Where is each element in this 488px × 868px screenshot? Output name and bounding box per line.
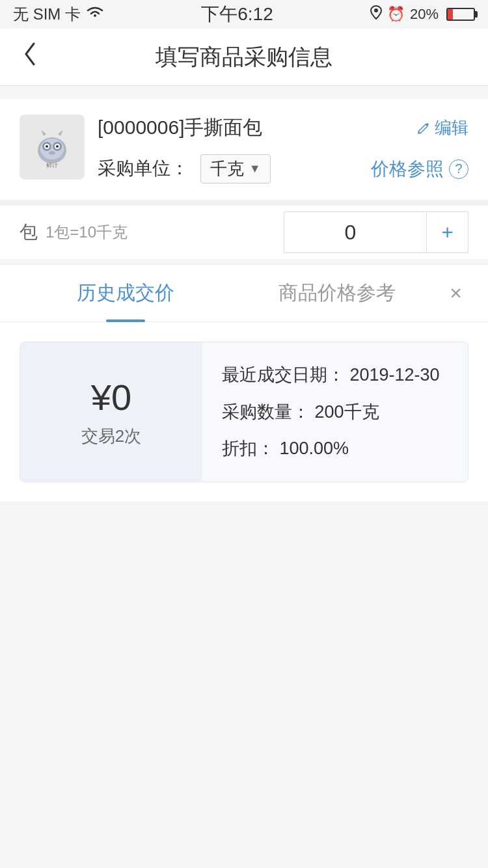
svg-marker-11 xyxy=(58,129,63,136)
status-right: ⏰ 20% xyxy=(370,5,475,23)
svg-point-9 xyxy=(49,151,55,155)
product-info: [0000006]手撕面包 编辑 采购单位： 千克 价格参照 ? xyxy=(98,115,468,183)
price-reference-button[interactable]: 价格参照 ? xyxy=(371,157,468,182)
recent-date-row: 最近成交日期： 2019-12-30 xyxy=(222,362,448,388)
quantity-section: 包 1包=10千克 + xyxy=(0,200,488,259)
battery-icon xyxy=(446,8,475,21)
unit-select[interactable]: 千克 xyxy=(200,154,271,183)
unit-selector-group: 采购单位： 千克 xyxy=(98,154,271,183)
price-summary-left: ¥0 交易2次 xyxy=(20,342,202,481)
product-card: 鲜计 [0000006]手撕面包 编辑 采购单位： 千克 价格参照 xyxy=(0,99,488,199)
location-icon xyxy=(370,5,382,23)
product-name: [0000006]手撕面包 xyxy=(98,115,262,141)
discount-row: 折扣： 100.00% xyxy=(222,435,448,462)
price-details-right: 最近成交日期： 2019-12-30 采购数量： 200千克 折扣： 100.0… xyxy=(202,342,468,481)
price-amount: ¥0 xyxy=(91,376,131,418)
tab-bar: 历史成交价 商品价格参考 × xyxy=(0,265,488,322)
svg-point-7 xyxy=(46,145,48,148)
bag-unit-label: 包 xyxy=(20,220,38,245)
tab-history-price[interactable]: 历史成交价 xyxy=(20,265,232,322)
svg-marker-10 xyxy=(41,129,46,136)
tab-close-button[interactable]: × xyxy=(443,275,468,312)
quantity-plus-button[interactable]: + xyxy=(427,211,468,253)
tab-section: 历史成交价 商品价格参考 × ¥0 交易2次 最近成交日期： 2019-12-3… xyxy=(0,264,488,502)
wifi-icon xyxy=(86,5,104,23)
purchase-qty-row: 采购数量： 200千克 xyxy=(222,399,448,426)
quantity-input[interactable] xyxy=(284,211,427,253)
status-bar: 无 SIM 卡 下午6:12 ⏰ 20% xyxy=(0,0,488,29)
sim-status: 无 SIM 卡 xyxy=(13,4,81,25)
trade-count: 交易2次 xyxy=(81,425,141,448)
svg-text:鲜计: 鲜计 xyxy=(46,162,58,169)
alarm-icon: ⏰ xyxy=(387,6,405,23)
quantity-label: 包 1包=10千克 xyxy=(20,220,128,245)
history-price-content: ¥0 交易2次 最近成交日期： 2019-12-30 采购数量： 200千克 折… xyxy=(0,322,488,502)
price-record-card: ¥0 交易2次 最近成交日期： 2019-12-30 采购数量： 200千克 折… xyxy=(20,342,468,482)
page-title: 填写商品采购信息 xyxy=(156,42,332,72)
quantity-controls: + xyxy=(284,211,468,253)
bag-unit-info: 1包=10千克 xyxy=(46,222,128,243)
product-unit-row: 采购单位： 千克 价格参照 ? xyxy=(98,154,468,183)
back-button[interactable] xyxy=(16,34,44,79)
svg-point-0 xyxy=(374,8,378,12)
battery-percentage: 20% xyxy=(410,6,439,23)
nav-bar: 填写商品采购信息 xyxy=(0,29,488,86)
status-left: 无 SIM 卡 xyxy=(13,4,104,25)
product-header: [0000006]手撕面包 编辑 xyxy=(98,115,468,141)
product-thumbnail: 鲜计 xyxy=(20,115,85,180)
svg-point-8 xyxy=(56,145,59,148)
tab-product-price-ref[interactable]: 商品价格参考 xyxy=(232,265,444,322)
price-help-icon: ? xyxy=(449,159,468,179)
status-time: 下午6:12 xyxy=(201,2,273,27)
edit-button[interactable]: 编辑 xyxy=(416,116,468,139)
